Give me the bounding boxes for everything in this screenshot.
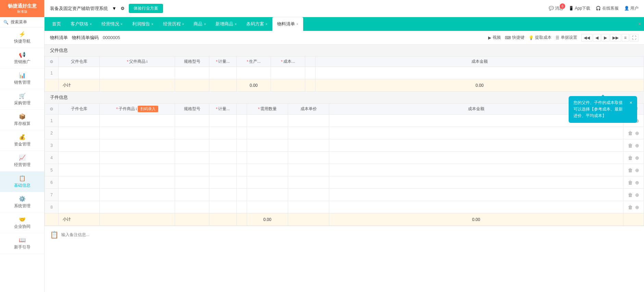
sidebar-item-enterprise[interactable]: 🤝 企业协同 <box>0 213 44 233</box>
experience-btn[interactable]: 体验行业方案 <box>129 4 163 13</box>
sidebar-item-guide[interactable]: 📖 新手引导 <box>0 233 44 254</box>
child-qty-cell-5[interactable] <box>247 164 288 176</box>
sidebar-item-marketing[interactable]: 📢 营销推广 <box>0 48 44 69</box>
child-warehouse-cell-1[interactable] <box>59 115 100 127</box>
child-unit-cost-cell-7[interactable] <box>288 189 329 201</box>
tab-history[interactable]: 经营历程 × <box>158 17 189 31</box>
remark-input[interactable] <box>61 232 639 237</box>
parent-product-info-icon[interactable]: ℹ <box>146 60 148 63</box>
close-all-icon[interactable]: × <box>638 21 641 27</box>
parent-cost-cell[interactable] <box>271 67 305 79</box>
tab-new-product[interactable]: 新增商品 × <box>211 17 242 31</box>
tab-bom[interactable]: 物料清单 × <box>272 17 303 31</box>
delete-btn-5[interactable]: 🗑 <box>627 167 633 174</box>
child-unit-cost-cell-1[interactable] <box>288 115 329 127</box>
user-btn[interactable]: 👤 用户 <box>624 5 639 11</box>
parent-col-settings[interactable]: ⚙ <box>45 57 59 67</box>
tab-customer[interactable]: 客户联络 × <box>66 17 97 31</box>
copy-btn-3[interactable]: ⊕ <box>634 142 640 149</box>
child-qty-cell-3[interactable] <box>247 139 288 152</box>
child-measure-cell-7[interactable] <box>209 189 237 201</box>
child-measure-cell-1[interactable] <box>209 115 237 127</box>
child-warehouse-cell-3[interactable] <box>59 139 100 152</box>
tab-profit-close[interactable]: × <box>151 22 153 26</box>
child-col-settings[interactable]: ⚙ <box>45 104 59 115</box>
sidebar-item-sales[interactable]: 📊 销售管理 <box>0 69 44 89</box>
copy-btn-5[interactable]: ⊕ <box>634 167 640 174</box>
nav-expand[interactable]: ⛶ <box>630 34 639 42</box>
tab-customer-close[interactable]: × <box>90 22 92 26</box>
parent-produce-cell[interactable] <box>237 67 271 79</box>
child-qty-cell-4[interactable] <box>247 152 288 164</box>
copy-btn-4[interactable]: ⊕ <box>634 154 640 161</box>
nav-next[interactable]: ▶ <box>602 34 609 42</box>
child-measure-cell-6[interactable] <box>209 176 237 189</box>
sidebar-item-quick-nav[interactable]: ⚡ 快捷导航 <box>0 27 44 48</box>
message-btn[interactable]: 💬 消息 6 <box>549 5 563 11</box>
child-spec-cell-1[interactable] <box>175 115 209 127</box>
child-spec-cell-3[interactable] <box>175 139 209 152</box>
child-qty-cell-7[interactable] <box>247 189 288 201</box>
child-measure-cell-4[interactable] <box>209 152 237 164</box>
online-service-btn[interactable]: 🎧 在线客服 <box>596 5 618 11</box>
child-spec-cell-8[interactable] <box>175 201 209 213</box>
video-action[interactable]: ▶ 视频 <box>488 35 501 40</box>
settings-icon[interactable]: ⚙ <box>121 6 125 11</box>
child-warehouse-cell-7[interactable] <box>59 189 100 201</box>
delete-btn-4[interactable]: 🗑 <box>627 154 633 161</box>
tab-ops-close[interactable]: × <box>121 22 123 26</box>
child-product-cell-6[interactable] <box>100 176 175 189</box>
child-product-cell-4[interactable] <box>100 152 175 164</box>
scan-button[interactable]: 扫码录入 <box>138 106 158 112</box>
nav-next-last[interactable]: ▶▶ <box>610 34 621 42</box>
child-product-info-icon[interactable]: ℹ <box>136 107 137 111</box>
delete-btn-3[interactable]: 🗑 <box>627 142 633 149</box>
child-qty-cell-6[interactable] <box>247 176 288 189</box>
sidebar-item-inventory[interactable]: 📦 库存核算 <box>0 110 44 130</box>
child-spec-cell-4[interactable] <box>175 152 209 164</box>
child-qty-cell-2[interactable] <box>247 127 288 139</box>
child-product-cell-5[interactable] <box>100 164 175 176</box>
child-spec-cell-2[interactable] <box>175 127 209 139</box>
child-product-cell-2[interactable] <box>100 127 175 139</box>
child-measure-cell-2[interactable] <box>209 127 237 139</box>
child-unit-cost-cell-5[interactable] <box>288 164 329 176</box>
tab-barcode[interactable]: 条码方案 × <box>242 17 272 31</box>
copy-btn-8[interactable]: ⊕ <box>634 204 640 211</box>
child-measure-cell-3[interactable] <box>209 139 237 152</box>
parent-warehouse-cell[interactable] <box>59 67 100 79</box>
child-unit-cost-cell-4[interactable] <box>288 152 329 164</box>
sidebar-item-purchase[interactable]: 🛒 采购管理 <box>0 89 44 110</box>
delete-btn-8[interactable]: 🗑 <box>627 204 633 211</box>
shortcut-action[interactable]: ⌨ 快捷键 <box>505 35 524 40</box>
tooltip-close-btn[interactable]: × <box>630 99 632 106</box>
sidebar-item-system[interactable]: ⚙️ 系统管理 <box>0 192 44 213</box>
child-warehouse-cell-4[interactable] <box>59 152 100 164</box>
extract-cost-action[interactable]: 💡 提取成本 <box>529 35 552 40</box>
child-unit-cost-cell-2[interactable] <box>288 127 329 139</box>
tab-history-close[interactable]: × <box>182 22 184 26</box>
sidebar-item-operations[interactable]: 📈 经营管理 <box>0 151 44 172</box>
delete-btn-2[interactable]: 🗑 <box>627 130 633 137</box>
nav-prev-first[interactable]: ◀◀ <box>581 34 592 42</box>
tab-home[interactable]: 首页 <box>47 17 66 31</box>
child-qty-cell-8[interactable] <box>247 201 288 213</box>
child-product-cell-7[interactable] <box>100 189 175 201</box>
child-product-cell-1[interactable] <box>100 115 175 127</box>
tab-operations-status[interactable]: 经营情况 × <box>97 17 127 31</box>
child-product-cell-8[interactable] <box>100 201 175 213</box>
parent-spec-cell[interactable] <box>175 67 209 79</box>
child-spec-cell-6[interactable] <box>175 176 209 189</box>
breadcrumb-bom[interactable]: 物料清单 <box>50 35 68 41</box>
tab-product-close[interactable]: × <box>204 22 206 26</box>
child-measure-cell-8[interactable] <box>209 201 237 213</box>
child-measure-cell-5[interactable] <box>209 164 237 176</box>
child-warehouse-cell-5[interactable] <box>59 164 100 176</box>
sidebar-item-basic-info[interactable]: 📋 基础信息 <box>0 172 44 192</box>
parent-product-cell[interactable] <box>100 67 175 79</box>
nav-prev[interactable]: ◀ <box>593 34 601 42</box>
sidebar-item-finance[interactable]: 💰 资金管理 <box>0 130 44 151</box>
sidebar-search[interactable]: 🔍 搜索菜单 <box>0 17 44 27</box>
child-unit-cost-cell-6[interactable] <box>288 176 329 189</box>
child-product-cell-3[interactable] <box>100 139 175 152</box>
